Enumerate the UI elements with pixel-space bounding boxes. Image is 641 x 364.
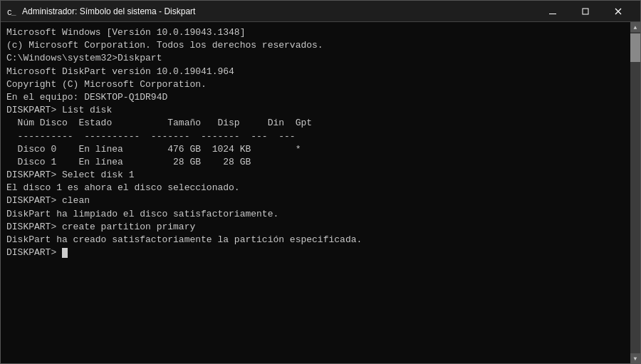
minimize-button[interactable] xyxy=(536,1,569,22)
scroll-down-arrow[interactable]: ▼ xyxy=(630,353,640,363)
terminal-line: Disco 0 En línea 476 GB 1024 KB * xyxy=(6,143,625,156)
terminal-line: DiskPart ha limpiado el disco satisfacto… xyxy=(6,208,625,221)
terminal-line: En el equipo: DESKTOP-Q1DR94D xyxy=(6,91,625,104)
terminal-line: Microsoft Windows [Versión 10.0.19043.13… xyxy=(6,26,625,39)
terminal-line: (c) Microsoft Corporation. Todos los der… xyxy=(6,39,625,52)
title-bar: C _ Administrador: Símbolo del sistema -… xyxy=(1,1,640,22)
cmd-icon: C _ xyxy=(6,6,18,17)
terminal-line: ---------- ---------- ------- ------- --… xyxy=(6,130,625,143)
terminal-line: DISKPART> Select disk 1 xyxy=(6,169,625,182)
close-icon xyxy=(615,8,622,15)
minimize-icon xyxy=(549,8,556,15)
maximize-icon xyxy=(582,8,589,15)
window: C _ Administrador: Símbolo del sistema -… xyxy=(0,0,641,364)
terminal-line: El disco 1 es ahora el disco seleccionad… xyxy=(6,182,625,194)
scrollbar[interactable]: ▲ ▼ xyxy=(630,22,640,363)
scroll-up-arrow[interactable]: ▲ xyxy=(630,22,640,32)
svg-text:_: _ xyxy=(11,9,16,17)
svg-rect-3 xyxy=(549,14,556,14)
scroll-thumb[interactable] xyxy=(630,33,640,62)
terminal-line: Microsoft DiskPart versión 10.0.19041.96… xyxy=(6,66,625,78)
terminal-line: DISKPART> List disk xyxy=(6,104,625,117)
cursor xyxy=(62,248,68,258)
terminal-line: Núm Disco Estado Tamaño Disp Din Gpt xyxy=(6,117,625,130)
title-bar-controls xyxy=(536,1,635,22)
terminal-line: Disco 1 En línea 28 GB 28 GB xyxy=(6,156,625,169)
content-area: Microsoft Windows [Versión 10.0.19043.13… xyxy=(1,22,640,363)
svg-rect-4 xyxy=(583,9,588,14)
terminal-line: Copyright (C) Microsoft Corporation. xyxy=(6,78,625,91)
terminal-line: DISKPART> clean xyxy=(6,194,625,207)
close-button[interactable] xyxy=(602,1,635,22)
terminal-line: DISKPART> create partition primary xyxy=(6,221,625,234)
terminal-line: C:\Windows\system32>Diskpart xyxy=(6,52,625,65)
terminal[interactable]: Microsoft Windows [Versión 10.0.19043.13… xyxy=(1,22,630,363)
scroll-track xyxy=(630,32,640,353)
window-title: Administrador: Símbolo del sistema - Dis… xyxy=(22,6,536,16)
terminal-line: DISKPART> xyxy=(6,246,625,259)
maximize-button[interactable] xyxy=(569,1,602,22)
terminal-line: DiskPart ha creado satisfactoriamente la… xyxy=(6,234,625,246)
